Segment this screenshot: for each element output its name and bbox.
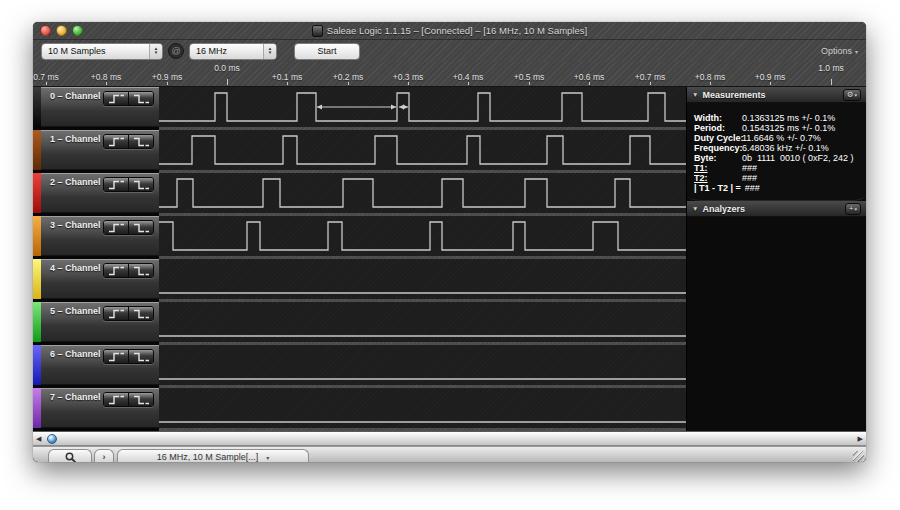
falling-edge-trigger-button[interactable] <box>128 264 153 277</box>
measurements-settings-button[interactable]: ⚙ ▾ <box>843 89 861 101</box>
ruler-tick-label: +0.9 ms <box>152 72 182 82</box>
window-controls <box>40 25 83 36</box>
waveform-plot[interactable] <box>159 345 686 385</box>
measurement-label: T1: <box>694 163 742 173</box>
stepper-arrows-icon: ▲▼ <box>149 44 162 59</box>
gear-icon: ⚙ <box>847 90 854 100</box>
rising-edge-icon <box>107 179 125 191</box>
falling-edge-trigger-button[interactable] <box>128 350 153 363</box>
waveform-row-7[interactable] <box>159 388 686 428</box>
scroll-left-arrow-icon[interactable]: ◀ <box>36 433 41 445</box>
channel-label-block-1[interactable]: 1 – Channel 1 <box>41 130 159 170</box>
channel-label-block-5[interactable]: 5 – Channel 5 <box>41 302 159 342</box>
measurement-value: 0.1363125 ms +/- 0.1% <box>742 113 835 123</box>
ruler-tick-mark <box>167 82 168 85</box>
waveform-row-0[interactable] <box>159 87 686 127</box>
channel-label-block-3[interactable]: 3 – Channel 3 <box>41 216 159 256</box>
options-button[interactable]: Options ▾ <box>821 46 858 56</box>
channel-label-text: 2 – Channel 2 <box>50 177 108 187</box>
scroll-right-arrow-icon[interactable]: ▶ <box>858 433 863 445</box>
minimize-button[interactable] <box>56 25 67 36</box>
channel-color-stripe <box>33 388 41 428</box>
channel-label-row[interactable]: 2 – Channel 2 <box>33 173 159 213</box>
measurement-value: ### <box>742 173 757 183</box>
falling-edge-icon <box>132 265 150 277</box>
waveform-plot[interactable] <box>159 87 686 127</box>
horizontal-scrollbar[interactable]: ◀ ▶ <box>33 431 866 446</box>
waveform-plot[interactable] <box>159 216 686 256</box>
timeline-ruler[interactable]: 0.7 ms+0.8 ms+0.9 ms0.0 ms+0.1 ms+0.2 ms… <box>33 62 866 87</box>
measurement-row: Frequency:6.48036 kHz +/- 0.1% <box>694 143 866 153</box>
channel-label-row[interactable]: 4 – Channel 4 <box>33 259 159 299</box>
resize-grip[interactable] <box>853 451 864 462</box>
trigger-button-group <box>103 349 154 364</box>
trigger-button-group <box>103 306 154 321</box>
channel-label-row[interactable]: 3 – Channel 3 <box>33 216 159 256</box>
falling-edge-trigger-button[interactable] <box>128 221 153 234</box>
falling-edge-trigger-button[interactable] <box>128 393 153 406</box>
rising-edge-trigger-button[interactable] <box>104 350 128 363</box>
add-analyzer-button[interactable]: + ▾ <box>845 203 861 215</box>
analyzers-header[interactable]: ▼ Analyzers + ▾ <box>687 201 866 217</box>
channel-label-row[interactable]: 5 – Channel 5 <box>33 302 159 342</box>
start-button[interactable]: Start <box>294 43 360 60</box>
waveform-row-2[interactable] <box>159 173 686 213</box>
channel-label-block-6[interactable]: 6 – Channel 6 <box>41 345 159 385</box>
channel-label-text: 5 – Channel 5 <box>50 306 108 316</box>
channel-label-row[interactable]: 7 – Channel 7 <box>33 388 159 428</box>
channel-label-block-4[interactable]: 4 – Channel 4 <box>41 259 159 299</box>
measurement-label: Frequency: <box>694 143 742 153</box>
waveform-plot[interactable] <box>159 173 686 213</box>
ruler-tick-mark <box>831 79 832 85</box>
trigger-button-group <box>103 134 154 149</box>
waveform-plot[interactable] <box>159 259 686 299</box>
toolbar: 10 M Samples ▲▼ @ 16 MHz ▲▼ Start Option… <box>33 40 866 62</box>
ruler-tick-mark <box>770 82 771 85</box>
ruler-tick-mark <box>650 82 651 85</box>
rising-edge-trigger-button[interactable] <box>104 307 128 320</box>
channel-label-block-2[interactable]: 2 – Channel 2 <box>41 173 159 213</box>
waveform-row-1[interactable] <box>159 130 686 170</box>
trigger-button-group <box>103 177 154 192</box>
ruler-tick-label: +0.9 ms <box>755 72 785 82</box>
waveform-plot[interactable] <box>159 388 686 428</box>
waveform-plot[interactable] <box>159 302 686 342</box>
channel-label-block-0[interactable]: 0 – Channel 0 <box>41 87 159 127</box>
measurements-header[interactable]: ▼ Measurements ⚙ ▾ <box>687 87 866 103</box>
sample-rate-dropdown[interactable]: 16 MHz ▲▼ <box>189 43 277 60</box>
falling-edge-trigger-button[interactable] <box>128 135 153 148</box>
falling-edge-trigger-button[interactable] <box>128 178 153 191</box>
search-button[interactable] <box>48 449 92 462</box>
waveform-row-6[interactable] <box>159 345 686 385</box>
channel-label-row[interactable]: 1 – Channel 1 <box>33 130 159 170</box>
channel-label-row[interactable]: 0 – Channel 0 <box>33 87 159 127</box>
ruler-tick-mark <box>408 82 409 85</box>
channel-label-block-7[interactable]: 7 – Channel 7 <box>41 388 159 428</box>
waveform-row-3[interactable] <box>159 216 686 256</box>
waveform-area[interactable] <box>159 87 686 431</box>
samples-dropdown[interactable]: 10 M Samples ▲▼ <box>41 43 163 60</box>
session-tab[interactable]: 16 MHz, 10 M Sample[...] ▾ <box>117 449 309 462</box>
waveform-row-4[interactable] <box>159 259 686 299</box>
rising-edge-trigger-button[interactable] <box>104 393 128 406</box>
rising-edge-trigger-button[interactable] <box>104 135 128 148</box>
rising-edge-trigger-button[interactable] <box>104 221 128 234</box>
waveform-plot[interactable] <box>159 130 686 170</box>
falling-edge-trigger-button[interactable] <box>128 307 153 320</box>
rising-edge-icon <box>107 351 125 363</box>
zoom-button[interactable] <box>72 25 83 36</box>
expand-tabs-button[interactable]: › <box>94 449 114 462</box>
measurement-label: Duty Cycle: <box>694 133 742 143</box>
falling-edge-trigger-button[interactable] <box>128 92 153 105</box>
scroll-position-ball[interactable] <box>47 434 57 444</box>
close-button[interactable] <box>40 25 51 36</box>
rising-edge-trigger-button[interactable] <box>104 178 128 191</box>
title-bar[interactable]: Saleae Logic 1.1.15 – [Connected] – [16 … <box>33 22 866 40</box>
rising-edge-trigger-button[interactable] <box>104 92 128 105</box>
analyzers-header-label: Analyzers <box>702 204 745 214</box>
channel-label-row[interactable]: 6 – Channel 6 <box>33 345 159 385</box>
ruler-tick-mark <box>710 82 711 85</box>
rising-edge-trigger-button[interactable] <box>104 264 128 277</box>
rising-edge-icon <box>107 265 125 277</box>
waveform-row-5[interactable] <box>159 302 686 342</box>
